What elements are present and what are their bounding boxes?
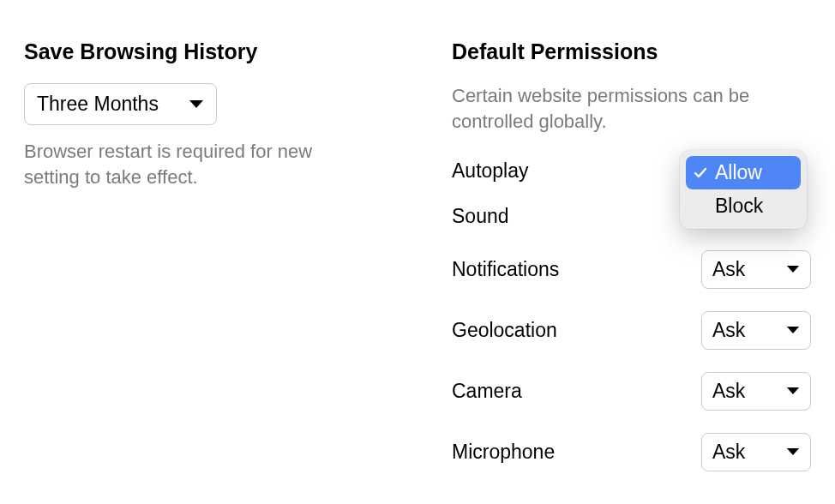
history-section-title: Save Browsing History: [24, 39, 383, 64]
microphone-select[interactable]: Ask: [701, 433, 811, 471]
chevron-down-icon: [786, 387, 800, 396]
dropdown-option-allow[interactable]: Allow: [686, 156, 801, 189]
permission-label: Sound: [452, 205, 509, 228]
autoplay-dropdown-menu[interactable]: Allow Block: [680, 150, 807, 229]
history-helper-text: Browser restart is required for new sett…: [24, 139, 350, 189]
permission-row-geolocation: Geolocation Ask: [452, 311, 811, 350]
permission-label: Microphone: [452, 441, 555, 464]
dropdown-option-label: Block: [715, 195, 763, 218]
permission-row-notifications: Notifications Ask: [452, 250, 811, 289]
permissions-section-title: Default Permissions: [452, 39, 811, 64]
select-value: Ask: [712, 319, 745, 342]
dropdown-option-label: Allow: [715, 161, 762, 184]
select-value: Ask: [712, 441, 745, 464]
history-duration-select[interactable]: Three Months: [24, 83, 217, 125]
chevron-down-icon: [786, 265, 800, 274]
select-value: Ask: [712, 380, 745, 403]
camera-select[interactable]: Ask: [701, 372, 811, 411]
permission-label: Notifications: [452, 258, 559, 281]
permission-label: Camera: [452, 380, 522, 403]
chevron-down-icon: [786, 447, 800, 457]
permission-row-microphone: Microphone Ask: [452, 433, 811, 471]
permission-label: Geolocation: [452, 319, 557, 342]
notifications-select[interactable]: Ask: [701, 250, 811, 289]
check-icon: [693, 166, 708, 180]
permission-row-camera: Camera Ask: [452, 372, 811, 411]
dropdown-option-block[interactable]: Block: [686, 189, 801, 223]
chevron-down-icon: [189, 99, 204, 110]
history-duration-value: Three Months: [37, 93, 159, 116]
select-value: Ask: [712, 258, 745, 281]
permissions-helper-text: Certain website permissions can be contr…: [452, 83, 795, 134]
geolocation-select[interactable]: Ask: [701, 311, 811, 350]
chevron-down-icon: [786, 326, 800, 335]
permission-label: Autoplay: [452, 159, 529, 183]
